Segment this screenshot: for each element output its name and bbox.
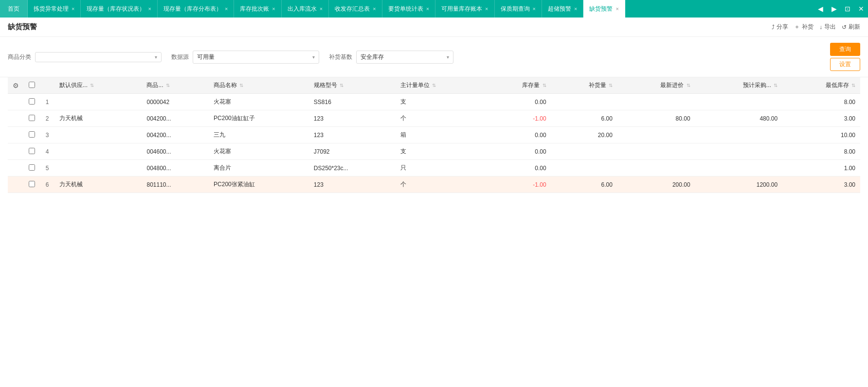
table-header-row: ⚙ 默认供应... ⇅ 商品... ⇅ 商品名称 [8,77,860,94]
col-min-stock[interactable]: 最低库存 ⇅ [782,77,860,94]
header-actions: ⤴ 分享 ＋ 补货 ↓ 导出 ↺ 刷新 [772,23,860,31]
close-tab-stock-status[interactable]: × [148,6,151,12]
sort-code-icon: ⇅ [166,83,170,88]
row-checkbox-0[interactable] [29,98,35,105]
close-tab-available-ledger[interactable]: × [485,6,488,12]
row-checkbox-cell[interactable] [24,143,40,160]
row-checkbox-cell[interactable] [24,127,40,143]
row-checkbox-cell[interactable] [24,176,40,193]
select-all-checkbox[interactable] [29,82,35,88]
row-checkbox-5[interactable] [29,181,35,187]
row-unit-cell: 支 [396,143,485,160]
close-tab-batch[interactable]: × [272,6,275,12]
close-tab-summary[interactable]: × [373,6,376,12]
row-checkbox-cell[interactable] [24,94,40,110]
row-checkbox-4[interactable] [29,164,35,171]
category-filter-group: 商品分类 ▾ [8,52,162,62]
close-tab-shortage[interactable]: × [615,6,618,12]
row-unit-cell: 支 [396,94,485,110]
close-tab-exception[interactable]: × [72,6,74,12]
replenish-base-chevron-icon: ▾ [447,54,449,60]
tab-stock-dist[interactable]: 现存量（库存分布表） × [158,0,234,18]
datasource-select[interactable]: 可用量 ▾ [193,51,319,64]
row-stock-cell: 0.00 [485,94,551,110]
replenish-base-select-value: 安全库存 [361,53,384,61]
tab-exception[interactable]: 拣货异常处理 × [28,0,81,18]
row-supplier-cell [54,143,142,160]
row-min-stock-cell: 1.00 [782,160,860,176]
col-checkbox[interactable] [24,77,40,94]
row-min-stock-cell: 8.00 [782,143,860,160]
replenish-base-filter-group: 补货基数 安全库存 ▾ [329,51,453,64]
sort-latest-price-icon: ⇅ [687,83,690,88]
page-header: 缺货预警 ⤴ 分享 ＋ 补货 ↓ 导出 ↺ 刷新 [0,18,868,37]
close-tab-purchase-stat[interactable]: × [426,6,429,12]
col-replenish[interactable]: 补货量 ⇅ [551,77,617,94]
col-latest-price[interactable]: 最新进价 ⇅ [617,77,695,94]
row-latest-price-cell [617,143,695,160]
export-button[interactable]: ↓ 导出 [819,23,836,31]
tab-home[interactable]: 首页 [0,0,28,18]
tab-expiry[interactable]: 保质期查询 × [495,0,542,18]
settings-gear-icon[interactable]: ⚙ [13,82,19,89]
refresh-button[interactable]: ↺ 刷新 [842,23,860,31]
sort-unit-icon: ⇅ [432,83,436,88]
row-checkbox-2[interactable] [29,131,35,138]
row-spec-cell: 123 [309,127,396,143]
row-supplier-cell: 力天机械 [54,176,142,193]
col-stock[interactable]: 库存量 ⇅ [485,77,551,94]
close-tab-stock-dist[interactable]: × [225,6,228,12]
tab-batch[interactable]: 库存批次账 × [234,0,281,18]
col-unit[interactable]: 主计量单位 ⇅ [396,77,485,94]
query-button[interactable]: 查询 [830,43,860,56]
tab-inout[interactable]: 出入库流水 × [282,0,329,18]
next-tab-button[interactable]: ▶ [827,2,841,16]
settings-button[interactable]: 设置 [830,58,860,71]
sort-stock-icon: ⇅ [542,83,546,88]
close-tab-overstock[interactable]: × [574,6,577,12]
col-code[interactable]: 商品... ⇅ [142,77,209,94]
replenish-base-select[interactable]: 安全库存 ▾ [356,51,453,64]
row-checkbox-3[interactable] [29,148,35,154]
col-name[interactable]: 商品名称 ⇅ [209,77,309,94]
close-tab-expiry[interactable]: × [533,6,536,12]
page-content: 缺货预警 ⤴ 分享 ＋ 补货 ↓ 导出 ↺ 刷新 商品分类 [0,18,868,387]
row-name-cell: 火花塞 [209,143,309,160]
row-replenish-cell [551,160,617,176]
row-replenish-cell: 6.00 [551,110,617,127]
tab-stock-status[interactable]: 现存量（库存状况表） × [81,0,157,18]
row-spec-cell: 123 [309,176,396,193]
sort-name-icon: ⇅ [239,83,243,88]
share-button[interactable]: ⤴ 分享 [772,23,788,31]
row-spec-cell: DS250*23c... [309,160,396,176]
refresh-icon: ↺ [842,24,847,31]
replenish-button[interactable]: ＋ 补货 [794,23,814,31]
nav-controls: ◀ ▶ ⊡ ✕ [814,2,868,16]
col-est-purchase[interactable]: 预计采购... ⇅ [695,77,782,94]
row-est-purchase-cell [695,143,782,160]
col-gear[interactable]: ⚙ [8,77,24,94]
row-est-purchase-cell [695,127,782,143]
tab-available-ledger[interactable]: 可用量库存账本 × [435,0,494,18]
row-checkbox-cell[interactable] [24,110,40,127]
restore-window-button[interactable]: ⊡ [841,2,854,16]
row-checkbox-1[interactable] [29,115,35,121]
sort-supplier-icon: ⇅ [90,83,94,88]
prev-tab-button[interactable]: ◀ [814,2,827,16]
tab-summary[interactable]: 收发存汇总表 × [329,0,382,18]
row-code-cell: 004800... [142,160,209,176]
close-window-button[interactable]: ✕ [854,2,868,16]
col-spec[interactable]: 规格型号 ⇅ [309,77,396,94]
col-supplier[interactable]: 默认供应... ⇅ [54,77,142,94]
sort-est-purchase-icon: ⇅ [774,83,778,88]
replenish-icon: ＋ [794,23,800,31]
category-select[interactable]: ▾ [35,52,162,62]
tab-shortage[interactable]: 缺货预警 × [583,0,625,18]
row-latest-price-cell: 200.00 [617,176,695,193]
close-tab-inout[interactable]: × [320,6,323,12]
tab-purchase-stat[interactable]: 要货单统计表 × [382,0,435,18]
row-stock-cell: 0.00 [485,127,551,143]
row-checkbox-cell[interactable] [24,160,40,176]
tab-overstock[interactable]: 超储预警 × [542,0,583,18]
row-supplier-cell [54,127,142,143]
